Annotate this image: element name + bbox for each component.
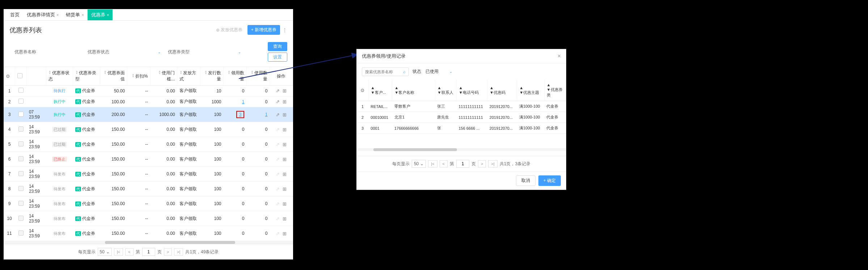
search-button[interactable]: 查询 (268, 42, 287, 51)
tab-首页[interactable]: 首页 (7, 9, 23, 20)
qr-icon[interactable]: ⊞ (281, 142, 288, 147)
close-icon[interactable]: × (81, 13, 84, 17)
close-icon[interactable]: × (107, 13, 109, 17)
table-row[interactable]: 514 23:59已过期代代金券150.00--0.00客户领取10000⇗⊞ (4, 137, 293, 152)
table-row[interactable]: 1待执行代代金券50.00--0.00客户领取1000⇗⊞ (4, 86, 293, 96)
modal-search-input[interactable] (365, 70, 403, 74)
row-checkbox[interactable] (18, 99, 24, 104)
page-title: 优惠券列表 (9, 26, 42, 34)
table-row[interactable]: 814 23:59待发布代代金券150.00--0.00客户领取10000⇗⊞ (4, 182, 293, 196)
qr-icon[interactable]: ⊞ (281, 88, 288, 94)
modal-search-box[interactable]: ⌕ (362, 67, 409, 76)
row-checkbox[interactable] (18, 88, 24, 93)
qr-icon[interactable]: ⊞ (281, 231, 288, 236)
qr-icon[interactable]: ⊞ (281, 127, 288, 132)
row-checkbox-cell (15, 226, 27, 241)
filter-type-select[interactable]: ⌄ (192, 49, 242, 55)
issue-label: 发放优惠券 (221, 27, 242, 33)
modal-horizontal-scrollbar[interactable] (357, 148, 566, 151)
col-discount[interactable]: 折扣% (127, 67, 150, 86)
used-link[interactable]: 1 (265, 112, 268, 117)
close-icon[interactable]: × (56, 13, 59, 17)
col-checkbox[interactable] (15, 67, 27, 86)
issue-coupon-button[interactable]: ⊕ 发放优惠券 (213, 25, 245, 35)
mcol-code[interactable]: 客户... (368, 80, 392, 101)
mcol-gear[interactable] (357, 80, 368, 101)
table-row[interactable]: 2执行中代代金券100.00--0.00客户领取100010⇗⊞ (4, 96, 293, 107)
share-icon[interactable]: ⇗ (274, 99, 281, 104)
qr-icon[interactable]: ⊞ (281, 112, 288, 117)
table-row[interactable]: 614 23:59已终止代代金券150.00--0.00客户领取10000⇗⊞ (4, 152, 293, 167)
claimed-link[interactable]: 1 (242, 99, 245, 104)
horizontal-scrollbar[interactable] (4, 241, 293, 244)
row-issued: 100 (200, 182, 224, 196)
table-row[interactable]: 714 23:59待发布代代金券150.00--0.00客户领取10000⇗⊞ (4, 167, 293, 182)
table-row[interactable]: 307 23:59执行中代代金券200.00--1000.00客户领取10031… (4, 107, 293, 122)
prev-page-button[interactable]: < (125, 248, 133, 256)
mcol-subject[interactable]: 优惠主题 (517, 80, 544, 101)
modal-row[interactable]: 3 0001 17666666666 张 156 6666 ... 201912… (357, 123, 566, 134)
mcol-name[interactable]: 客户名称 (392, 80, 435, 101)
col-used[interactable]: 使用数量 (246, 67, 270, 86)
mpage-input[interactable] (456, 160, 469, 168)
cancel-button[interactable]: 取消 (516, 175, 535, 186)
mlast-page-button[interactable]: >| (488, 160, 497, 167)
filter-name-input[interactable] (38, 48, 82, 56)
qr-icon[interactable]: ⊞ (281, 171, 288, 177)
tab-优惠券[interactable]: 优惠券× (88, 9, 113, 20)
row-actions: ⇗⊞ (270, 182, 293, 196)
qr-icon[interactable]: ⊞ (281, 201, 288, 207)
table-row[interactable]: 1114 23:59待发布代代金券150.00--0.00客户领取10000⇗⊞ (4, 226, 293, 241)
add-coupon-button[interactable]: 新增优惠券 (247, 25, 280, 35)
per-page-select[interactable]: 50 ⌄ (98, 248, 112, 256)
row-time: 14 23:59 (27, 226, 46, 241)
table-row[interactable]: 1014 23:59待发布代代金券150.00--0.00客户领取10000⇗⊞ (4, 211, 293, 226)
modal-title: 优惠券领用/使用记录 (362, 53, 406, 59)
modal-row[interactable]: 1 RETAIL... 零散客户 张三 11111111111 2019120​… (357, 101, 566, 112)
settings-button[interactable]: 设置 (268, 53, 287, 62)
row-checkbox[interactable] (18, 112, 24, 117)
col-status[interactable]: 优惠券状态 (46, 67, 73, 86)
share-icon[interactable]: ⇗ (274, 112, 281, 117)
page-input[interactable] (142, 248, 155, 256)
filter-status-select[interactable]: ⌄ (111, 49, 162, 55)
mcol-phone[interactable]: 电话号码 (457, 80, 487, 101)
mnext-page-button[interactable]: > (478, 160, 486, 167)
tab-优惠券详情页[interactable]: 优惠券详情页× (23, 9, 62, 20)
row-status: 已终止 (46, 152, 73, 167)
col-threshold[interactable]: 使用门槛... (150, 67, 177, 86)
mcol-contact[interactable]: 联系人 (435, 80, 456, 101)
col-method[interactable]: 发放方式 (177, 67, 200, 86)
col-value[interactable]: 优惠券面值 (100, 67, 127, 86)
confirm-button[interactable]: 确定 (538, 175, 561, 186)
last-page-button[interactable]: >| (174, 248, 183, 256)
share-icon[interactable]: ⇗ (274, 88, 281, 94)
mper-page-select[interactable]: 50 ⌄ (412, 160, 426, 168)
table-row[interactable]: 914 23:59待发布代代金券150.00--0.00客户领取10000⇗⊞ (4, 196, 293, 211)
qr-icon[interactable]: ⊞ (281, 216, 288, 221)
tab-销货单[interactable]: 销货单× (62, 9, 87, 20)
qr-icon[interactable]: ⊞ (281, 186, 288, 192)
mprev-page-button[interactable]: < (440, 160, 448, 167)
mpage-prefix: 第 (450, 161, 454, 167)
sort-icon (75, 70, 78, 75)
more-icon[interactable]: ⋮ (282, 27, 287, 33)
next-page-button[interactable]: > (164, 248, 172, 256)
table-row[interactable]: 414 23:59已过期代代金券150.00--0.00客户领取10000⇗⊞ (4, 122, 293, 137)
modal-close-button[interactable]: × (558, 53, 561, 59)
col-type[interactable]: 优惠券类型 (73, 67, 100, 86)
first-page-button[interactable]: |< (114, 248, 123, 256)
mrow-code: 00010001 (368, 112, 392, 123)
checkbox-all[interactable] (17, 73, 22, 78)
modal-row[interactable]: 2 00010001 北京1 唐先生 11111111111 2019120​7… (357, 112, 566, 123)
claimed-link[interactable]: 3 (239, 112, 242, 117)
mcol-coupon[interactable]: 优惠码 (487, 80, 517, 101)
qr-icon[interactable]: ⊞ (281, 157, 288, 162)
col-claimed[interactable]: 领用数量 (224, 67, 247, 86)
qr-icon[interactable]: ⊞ (281, 99, 288, 104)
modal-status-select[interactable]: 已使用 ⌄ (423, 67, 467, 76)
col-gear[interactable] (4, 67, 15, 86)
col-issued[interactable]: 发行数量 (200, 67, 224, 86)
mcol-type[interactable]: 优惠券类 (544, 80, 566, 101)
mfirst-page-button[interactable]: |< (428, 160, 437, 167)
